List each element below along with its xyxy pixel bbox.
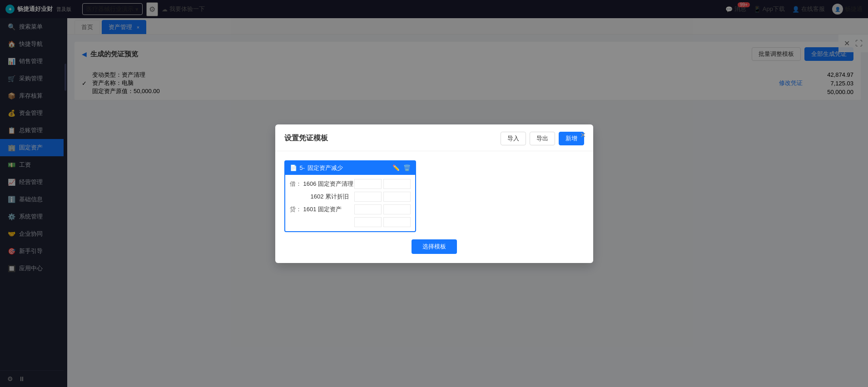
empty-cols — [354, 217, 411, 227]
edit-icon[interactable]: ✏️ — [392, 164, 400, 171]
dialog-header: 设置凭证模板 导入 导出 新增 ✕ — [275, 124, 593, 151]
delete-icon[interactable]: 🗑️ — [403, 164, 411, 171]
template-name: 固定资产减少 — [308, 164, 343, 172]
debit-col-2b — [383, 192, 411, 202]
content-area: 首页 资产管理 × ✕ ⛶ ◀ 生成的凭证预览 — [67, 18, 868, 387]
empty-col-b — [383, 217, 411, 227]
select-template-btn[interactable]: 选择模板 — [412, 239, 457, 254]
credit-cols-1 — [354, 204, 411, 214]
credit-col-1a — [354, 204, 382, 214]
export-btn[interactable]: 导出 — [530, 132, 555, 145]
template-id: 5- — [300, 164, 305, 171]
page-content: ✕ ⛶ ◀ 生成的凭证预览 批量调整模板 全部生成凭证 ✓ — [67, 35, 868, 387]
dialog-body: 📄 5- 固定资产减少 ✏️ 🗑️ — [275, 151, 593, 263]
template-header-actions: ✏️ 🗑️ — [392, 164, 411, 171]
import-btn[interactable]: 导入 — [501, 132, 526, 145]
debit-col-1a — [354, 179, 382, 189]
debit-col-2a — [354, 192, 382, 202]
debit-label: 借： — [290, 180, 303, 188]
credit-entry-1: 贷： 1601 固定资产 — [290, 203, 411, 216]
dialog-overlay: 设置凭证模板 导入 导出 新增 ✕ — [67, 35, 868, 387]
debit-label-row: 借： 1606 固定资产清理 — [290, 178, 411, 190]
debit-cols-1 — [354, 179, 411, 189]
dialog-close-btn[interactable]: ✕ — [580, 131, 586, 139]
template-dialog: 设置凭证模板 导入 导出 新增 ✕ — [275, 124, 593, 263]
debit-account-1: 1606 固定资产清理 — [303, 180, 354, 188]
template-card-header: 📄 5- 固定资产减少 ✏️ 🗑️ — [285, 161, 415, 175]
debit-col-1b — [383, 179, 411, 189]
credit-account-1: 1601 固定资产 — [303, 205, 354, 213]
credit-label: 贷： — [290, 205, 303, 213]
debit-entry-2: 1602 累计折旧 — [290, 190, 411, 203]
dialog-header-actions: 导入 导出 新增 — [501, 132, 584, 145]
template-card: 📄 5- 固定资产减少 ✏️ 🗑️ — [284, 160, 416, 232]
empty-entry — [290, 216, 411, 228]
debit-cols-2 — [354, 192, 411, 202]
template-card-body: 借： 1606 固定资产清理 — [285, 175, 415, 231]
credit-col-1b — [383, 204, 411, 214]
debit-account-2: 1602 累计折旧 — [303, 193, 354, 201]
empty-col-a — [354, 217, 382, 227]
dialog-title: 设置凭证模板 — [284, 134, 328, 143]
template-doc-icon: 📄 — [290, 164, 297, 171]
